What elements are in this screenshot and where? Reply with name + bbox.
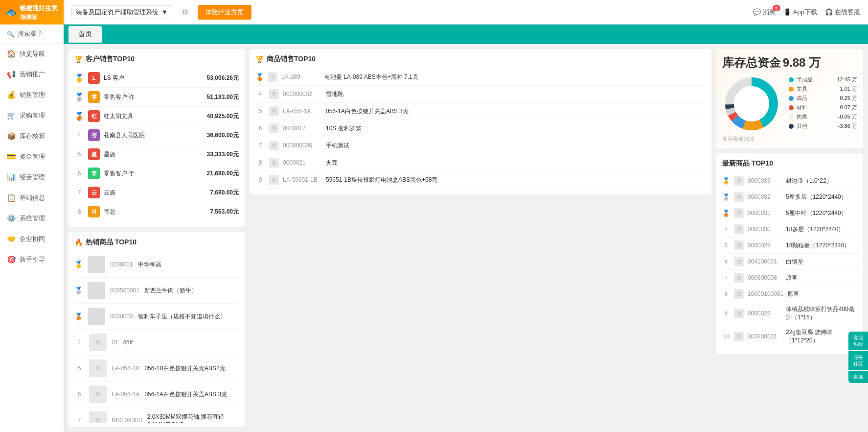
- new-products-title: 最新商品 TOP10: [722, 159, 857, 168]
- legend-name: 半成品: [797, 76, 813, 83]
- product-sales-item: 8 图 0000021 夹壳: [255, 154, 706, 171]
- new-product-code: 0000031: [748, 210, 782, 216]
- legend-item: 半成品 12.45 万: [789, 76, 857, 83]
- legend-value: -0.05 万: [838, 113, 857, 120]
- sidebar-item-marketing[interactable]: 📢 营销推广: [0, 64, 64, 85]
- trial-button[interactable]: 体验行业方案: [198, 5, 251, 20]
- tab-home[interactable]: 首页: [69, 26, 102, 43]
- sidebar-item-system[interactable]: ⚙️ 系统管理: [0, 208, 64, 229]
- product-sales-item: 5 图 LA-056-1A 056-1A白色按键开关盖ABS 3壳: [255, 103, 706, 120]
- sidebar-item-inventory[interactable]: 📦 库存核算: [0, 126, 64, 146]
- legend-value: 0.07 万: [840, 104, 857, 111]
- product-name: 电池盖 LA-089 ABS本色+黑种 7.1克: [324, 73, 706, 81]
- product-thumb: 图: [269, 158, 279, 168]
- hot-products-title: 🔥 热销商品 TOP10: [74, 238, 239, 247]
- customer-name: 星扬: [104, 150, 203, 159]
- product-thumb: 图: [269, 123, 279, 133]
- new-product-item: 9 图 0000028 体械荔枝味苏打饮品400毫升（1*15）: [722, 302, 857, 325]
- new-product-name: 18多层（1220*2440）: [786, 225, 857, 234]
- sidebar-item-label: 系统管理: [20, 214, 45, 223]
- product-code: LA-056-1A: [283, 108, 322, 115]
- product-code: LA-089: [281, 73, 320, 80]
- guide-icon: 🎯: [7, 255, 16, 264]
- legend-dot: [789, 115, 794, 120]
- hot-product-item: 🥇 0000001 中华神器: [74, 252, 239, 278]
- customer-name: 苍南县人民医院: [104, 131, 203, 140]
- product-sales-list: 🥉 图 LA-089 电池盖 LA-089 ABS本色+黑种 7.1克 4 图 …: [255, 69, 706, 189]
- new-product-name: 5厘多层（1220*2440）: [786, 193, 857, 201]
- product-thumb: 图: [734, 192, 744, 202]
- new-product-name: 原查: [786, 274, 857, 282]
- product-image: [88, 256, 105, 273]
- new-product-code: 000800008: [748, 274, 782, 281]
- product-image-placeholder: 图: [89, 411, 107, 423]
- settings-button[interactable]: ⚙: [178, 5, 192, 19]
- legend-item: 文具 1.01 万: [789, 85, 857, 93]
- sidebar-item-label: 企业协同: [20, 235, 45, 243]
- customer-avatar: 红: [88, 110, 100, 122]
- finance-icon: 💳: [7, 152, 16, 161]
- sidebar-item-label: 新手引导: [20, 255, 45, 264]
- app-download-button[interactable]: 📱 App下载: [783, 8, 817, 17]
- message-badge: 6: [773, 5, 780, 11]
- customer-avatar: 星: [88, 148, 100, 160]
- product-image-placeholder: 图: [89, 360, 107, 377]
- product-name: 夹壳: [326, 159, 706, 167]
- inventory-subtitle: 库存资金占比: [722, 135, 857, 143]
- legend-item: 成品 0.25 万: [789, 95, 857, 102]
- message-button[interactable]: 💬 消息 6: [753, 8, 776, 17]
- top-header: 装备及固定资产辅助管理系统 ▼ ⚙ 体验行业方案 💬 消息 6 📱 App下载 …: [64, 0, 868, 24]
- inventory-total: 库存总资金 9.88 万: [722, 55, 857, 71]
- management-icon: 📊: [7, 173, 16, 182]
- new-product-code: 0000033: [748, 177, 782, 184]
- online-service-button[interactable]: 🎧 在线客服: [825, 8, 860, 17]
- customer-value: 21,680.00元: [207, 169, 239, 178]
- donut-chart: [722, 74, 781, 133]
- live-stream-button[interactable]: 直播: [848, 371, 868, 383]
- sidebar-item-basic-info[interactable]: 📋 基础信息: [0, 188, 64, 208]
- product-name: 新西兰牛肉（新牛）: [144, 287, 239, 295]
- new-product-name: 体械荔枝味苏打饮品400毫升（1*15）: [786, 305, 857, 322]
- app-version: 标准版: [20, 14, 38, 20]
- sidebar-item-collab[interactable]: 🤝 企业协同: [0, 229, 64, 249]
- product-code: 0000002: [110, 313, 133, 320]
- legend-dot: [789, 87, 794, 92]
- phone-icon: 📱: [783, 8, 791, 16]
- new-products-list: 🥇 图 0000033 封边带（1.0*22） 🥈 图 0000032 5厘多层…: [722, 173, 857, 348]
- app-name: 畅捷通好生意: [20, 4, 58, 13]
- search-menu[interactable]: 🔍 搜索菜单: [0, 24, 64, 44]
- customer-top10-card: 🏆 客户销售TOP10 🥇 L LS 客户 53,006.26元 🥈 零 零售客…: [69, 49, 245, 227]
- customer-service-button[interactable]: 客服 热线: [848, 332, 868, 350]
- header-right: 💬 消息 6 📱 App下载 🎧 在线客服: [753, 8, 860, 17]
- product-code: 001000002: [283, 91, 322, 97]
- product-code: NB2.0X30B: [112, 417, 142, 423]
- customer-value: 7,563.00元: [210, 208, 239, 216]
- sidebar-item-finance[interactable]: 💳 资金管理: [0, 146, 64, 167]
- system-selector[interactable]: 装备及固定资产辅助管理系统 ▼: [71, 5, 172, 19]
- product-thumb: 图: [734, 289, 744, 299]
- new-product-code: 0000030: [748, 226, 782, 233]
- new-product-name: 22g鱼豆腐·烧烤味（1*12*20）: [786, 328, 857, 345]
- product-thumb: 图: [734, 273, 744, 283]
- sidebar-item-guide[interactable]: 🎯 新手引导: [0, 249, 64, 270]
- online-service-label: 在线客服: [835, 8, 860, 17]
- inventory-icon: 📦: [7, 132, 16, 141]
- product-thumb: 图: [734, 309, 744, 318]
- sidebar-item-sales[interactable]: 💰 销售管理: [0, 85, 64, 105]
- chevron-down-icon: ▼: [161, 8, 168, 16]
- product-image-placeholder: 图: [89, 385, 107, 403]
- customer-rank-item: 7 云 云扬 7,680.00元: [74, 183, 239, 202]
- legend-dot: [789, 124, 794, 129]
- product-thumb: 图: [269, 106, 279, 116]
- sidebar-item-navigation[interactable]: 🏠 快捷导航: [0, 44, 64, 64]
- product-code: 0000001: [110, 261, 133, 268]
- product-name: 59651-1B旋转投影灯电池盒ABS黑色+58壳: [326, 176, 706, 184]
- customer-name: 红太阳文具: [104, 112, 203, 120]
- new-product-item: 🥈 图 0000032 5厘多层（1220*2440）: [722, 189, 857, 205]
- product-thumb: 图: [269, 141, 279, 150]
- service-community-button[interactable]: 服务 社区: [848, 351, 868, 370]
- sidebar-item-management[interactable]: 📊 经营管理: [0, 167, 64, 188]
- new-product-item: 🥇 图 0000033 封边带（1.0*22）: [722, 173, 857, 189]
- sidebar-item-label: 库存核算: [20, 132, 45, 141]
- sidebar-item-purchase[interactable]: 🛒 采购管理: [0, 105, 64, 126]
